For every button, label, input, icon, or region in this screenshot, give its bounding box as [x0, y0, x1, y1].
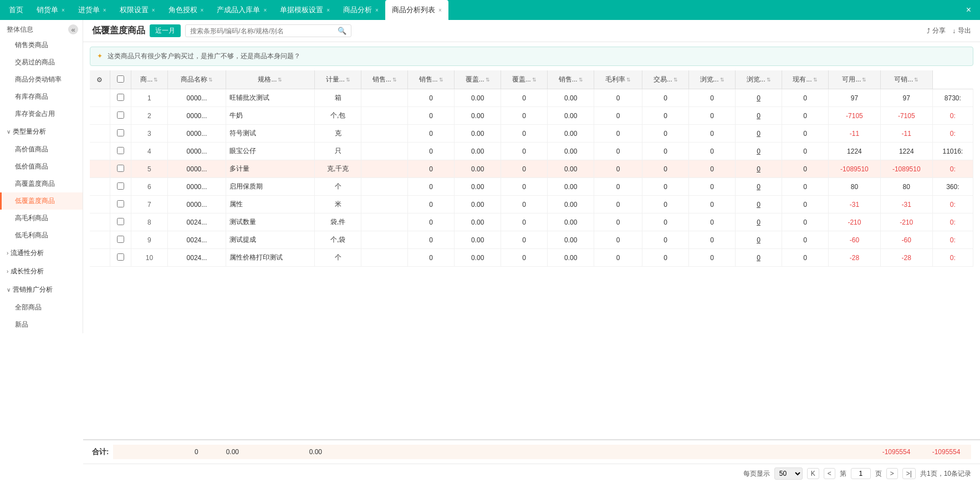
tab-sales-order[interactable]: 销货单 × [30, 0, 72, 20]
row-checkbox-cell[interactable] [110, 107, 131, 125]
browse-link[interactable]: 0 [757, 183, 760, 191]
close-icon[interactable]: × [263, 7, 267, 13]
row-browse1-cell[interactable]: 0 [736, 178, 782, 196]
trade-column-header[interactable]: 交易...⇅ [642, 70, 689, 89]
spec-column-header[interactable]: 规格...⇅ [226, 70, 315, 89]
prev-page-button[interactable]: < [824, 468, 835, 479]
row-checkbox-cell[interactable] [110, 125, 131, 143]
row-checkbox[interactable] [117, 111, 124, 119]
row-checkbox[interactable] [117, 94, 124, 101]
first-page-button[interactable]: K [807, 468, 819, 479]
row-checkbox-cell[interactable] [110, 143, 131, 160]
browse-link[interactable]: 0 [757, 201, 760, 209]
sidebar-item-in-stock[interactable]: 有库存商品 [0, 88, 83, 105]
tab-production-inbound[interactable]: 产成品入库单 × [210, 0, 273, 20]
row-checkbox[interactable] [117, 147, 124, 154]
sidebar-item-traded-products[interactable]: 交易过的商品 [0, 54, 83, 71]
filter-period-button[interactable]: 近一月 [150, 24, 181, 37]
row-checkbox[interactable] [117, 182, 124, 190]
last-page-button[interactable]: >| [902, 468, 916, 479]
browse-link[interactable]: 0 [757, 130, 760, 138]
tab-home[interactable]: 首页 [2, 0, 30, 20]
tab-product-analysis-list[interactable]: 商品分析列表 × [385, 0, 448, 20]
browse2-column-header[interactable]: 浏览...⇅ [736, 70, 782, 89]
browse-link[interactable]: 0 [757, 112, 760, 120]
available-column-header[interactable]: 可用...⇅ [828, 70, 880, 89]
row-checkbox-cell[interactable] [110, 160, 131, 178]
close-icon[interactable]: × [152, 7, 155, 13]
sidebar-section-liquidity[interactable]: › 流通性分析 [0, 244, 83, 262]
margin-column-header[interactable]: 毛利率⇅ [594, 70, 642, 89]
sales2-column-header[interactable]: 销售...⇅ [408, 70, 455, 89]
sidebar-section-marketing[interactable]: ∨ 营销推广分析 [0, 281, 83, 299]
select-all-checkbox[interactable] [117, 75, 124, 83]
cover1-column-header[interactable]: 覆盖...⇅ [455, 70, 501, 89]
tab-product-analysis[interactable]: 商品分析 × [336, 0, 385, 20]
row-checkbox[interactable] [117, 218, 124, 225]
row-browse1-cell[interactable]: 0 [736, 107, 782, 125]
sidebar-section-growth[interactable]: › 成长性分析 [0, 262, 83, 281]
settings-column-header[interactable]: ⚙ [90, 70, 110, 89]
browse-link[interactable]: 0 [757, 94, 760, 102]
sales1-column-header[interactable]: 销售...⇅ [361, 70, 408, 89]
row-checkbox-cell[interactable] [110, 178, 131, 196]
row-checkbox[interactable] [117, 129, 124, 136]
sidebar-item-category-rate[interactable]: 商品分类动销率 [0, 71, 83, 88]
close-icon[interactable]: × [326, 7, 330, 13]
close-icon[interactable]: × [201, 7, 204, 13]
tab-purchase-order[interactable]: 进货单 × [72, 0, 113, 20]
sidebar-item-fund-ratio[interactable]: 库存资金占用 [0, 105, 83, 123]
row-browse1-cell[interactable]: 0 [736, 196, 782, 213]
sidebar-item-sales-products[interactable]: 销售类商品 [0, 37, 83, 54]
row-browse1-cell[interactable]: 0 [736, 213, 782, 231]
close-icon[interactable]: × [375, 7, 379, 13]
close-icon[interactable]: × [103, 7, 106, 13]
row-checkbox[interactable] [117, 236, 124, 243]
row-checkbox-cell[interactable] [110, 89, 131, 107]
name-column-header[interactable]: 商品名称⇅ [168, 70, 226, 89]
browse-link[interactable]: 0 [757, 165, 760, 173]
sellable-column-header[interactable]: 可销...⇅ [880, 70, 932, 89]
tab-role-auth[interactable]: 角色授权 × [162, 0, 211, 20]
checkbox-column-header[interactable] [110, 70, 131, 89]
sidebar-item-high-coverage[interactable]: 高覆盖度商品 [0, 175, 83, 192]
window-close-button[interactable]: × [959, 5, 978, 15]
row-checkbox-cell[interactable] [110, 196, 131, 213]
row-browse1-cell[interactable]: 0 [736, 125, 782, 143]
sidebar-item-low-margin[interactable]: 低毛利商品 [0, 227, 83, 244]
search-input[interactable] [190, 27, 338, 35]
sales3-column-header[interactable]: 销售...⇅ [548, 70, 594, 89]
browse1-column-header[interactable]: 浏览...⇅ [689, 70, 736, 89]
row-browse1-cell[interactable]: 0 [736, 143, 782, 160]
browse-link[interactable]: 0 [757, 148, 760, 155]
code-column-header[interactable]: 商...⇅ [131, 70, 167, 89]
next-page-button[interactable]: > [886, 468, 898, 479]
row-checkbox-cell[interactable] [110, 213, 131, 231]
close-icon[interactable]: × [438, 7, 442, 13]
export-button[interactable]: ↓ 导出 [952, 26, 971, 35]
sidebar-collapse-button[interactable]: « [68, 24, 78, 34]
browse-link[interactable]: 0 [757, 236, 760, 244]
row-browse1-cell[interactable]: 0 [736, 249, 782, 267]
browse-link[interactable]: 0 [757, 218, 760, 226]
row-browse1-cell[interactable]: 0 [736, 89, 782, 107]
unit-column-header[interactable]: 计量...⇅ [315, 70, 361, 89]
sidebar-item-low-coverage[interactable]: 低覆盖度商品 [0, 192, 83, 210]
sidebar-item-low-value[interactable]: 低价值商品 [0, 158, 83, 175]
row-checkbox-cell[interactable] [110, 231, 131, 249]
tab-doc-template[interactable]: 单据模板设置 × [273, 0, 336, 20]
sidebar-item-new-products[interactable]: 新品 [0, 316, 83, 333]
sidebar-section-type-analysis[interactable]: ∨ 类型量分析 [0, 123, 83, 141]
cover2-column-header[interactable]: 覆盖...⇅ [501, 70, 548, 89]
page-size-select[interactable]: 50 100 200 [774, 467, 803, 480]
current-column-header[interactable]: 现有...⇅ [782, 70, 829, 89]
browse-link[interactable]: 0 [757, 254, 760, 262]
sidebar-item-all-products[interactable]: 全部商品 [0, 299, 83, 316]
row-checkbox[interactable] [117, 165, 124, 172]
close-icon[interactable]: × [62, 7, 65, 13]
share-button[interactable]: ⤴ 分享 [927, 26, 946, 35]
row-browse1-cell[interactable]: 0 [736, 231, 782, 249]
row-checkbox-cell[interactable] [110, 249, 131, 267]
tab-permissions[interactable]: 权限设置 × [113, 0, 162, 20]
sidebar-item-high-margin[interactable]: 高毛利商品 [0, 210, 83, 227]
